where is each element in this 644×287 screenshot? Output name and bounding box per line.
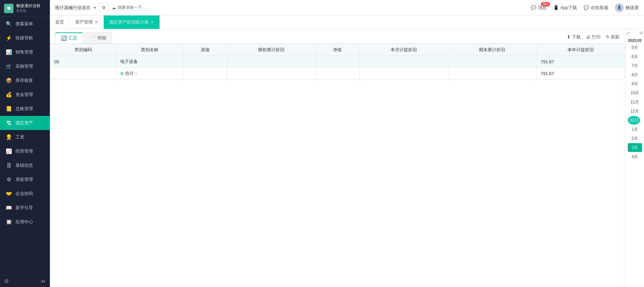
company-name[interactable]: 医疗器械行业演示 (55, 5, 90, 11)
app-icon: 📱 (553, 5, 559, 10)
sidebar-label-collab: 企业协同 (16, 191, 33, 197)
collapse-button[interactable]: ⏮ (40, 278, 46, 284)
sidebar-icon-funds: 💰 (5, 91, 12, 98)
tab-assets-close[interactable]: ✕ (95, 20, 98, 25)
settings-icon[interactable]: ⚙ (4, 278, 9, 284)
topbar-settings-button[interactable]: ⚙ (99, 3, 109, 12)
service-icon: 💬 (584, 5, 589, 10)
sidebar-item-funds[interactable]: 💰资金管理 (0, 88, 50, 102)
table-header-row: 类别编码 类别名称 原值 期初累计折旧 净值 本月计提折旧 期末累计折旧 本年计… (50, 44, 625, 56)
total-label: ⊞合计： (116, 68, 183, 79)
user-button[interactable]: 👤 畅捷通 (615, 3, 639, 12)
timeline-item[interactable]: 2023 (628, 116, 640, 125)
depreciation-table: 类别编码 类别名称 原值 期初累计折旧 净值 本月计提折旧 期末累计折旧 本年计… (50, 44, 625, 79)
cell-end-accum (448, 56, 536, 68)
cell-original (183, 56, 227, 68)
tab-depreciation[interactable]: 固定资产折旧统计表 ✕ (104, 15, 160, 29)
sidebar-item-collab[interactable]: 🤝企业协同 (0, 187, 50, 201)
sidebar-icon-sales: 📊 (5, 49, 12, 56)
sidebar-icon-ops: 📈 (5, 148, 12, 155)
app-label: App下载 (560, 5, 577, 11)
download-label: 下载 (572, 34, 581, 40)
sidebar-item-ops[interactable]: 📈经营管理 (0, 144, 50, 158)
summary-icon: 🔄 (61, 35, 67, 41)
sidebar-icon-system: ⚙ (5, 176, 12, 183)
sidebar-label-ops: 经营管理 (16, 148, 33, 154)
inner-toolbar: ⬇ 下载 🖨 打印 ↻ 刷新 (567, 34, 620, 42)
sidebar-item-guide[interactable]: 📖新手引导 (0, 201, 50, 215)
sidebar-icon-ledger: 📒 (5, 105, 12, 112)
detail-label: 明细 (97, 35, 106, 41)
print-label: 打印 (592, 34, 601, 40)
topbar-right: 💬 消息 99+ 📱 App下载 💬 在线客服 👤 畅捷通 (531, 3, 639, 12)
download-button[interactable]: ⬇ 下载 (567, 34, 581, 40)
timeline-item[interactable]: 12月 (628, 107, 642, 116)
sidebar-item-payroll[interactable]: 👷工资 (0, 130, 50, 144)
app-download-button[interactable]: 📱 App下载 (553, 5, 577, 11)
tab-home[interactable]: 首页 (50, 15, 70, 29)
sidebar-icon-apps: 🔲 (5, 219, 12, 225)
tab-summary[interactable]: 🔄 汇总 (55, 32, 83, 43)
timeline-item[interactable]: 10月 (628, 89, 642, 97)
sidebar-label-basic: 基础信息 (16, 162, 33, 168)
timeline-item[interactable]: 7月 (628, 61, 642, 70)
timeline: 5月6月7月8月9月10月11月12月20231月2月3月4月 (628, 43, 642, 161)
sidebar-label-system: 系统管理 (16, 177, 33, 183)
tab-detail[interactable]: 📄 明细 (84, 32, 112, 43)
total-net (315, 68, 359, 79)
sidebar-label-inventory: 库存核算 (16, 77, 33, 84)
experience-button[interactable]: ☁ 我要体验一下 (112, 5, 142, 10)
timeline-item[interactable]: 11月 (628, 98, 642, 106)
col-code: 类别编码 (50, 44, 116, 56)
logo-title: 畅捷通好业财 (16, 3, 40, 9)
timeline-item[interactable]: 3月 (628, 143, 642, 152)
detail-icon: 📄 (90, 35, 96, 41)
refresh-button[interactable]: ↻ 刷新 (606, 34, 620, 40)
sidebar-item-search[interactable]: 🔍搜索菜单 (0, 17, 50, 31)
cell-init-accum (227, 56, 316, 68)
tab-depreciation-close[interactable]: ✕ (151, 20, 154, 25)
col-name: 类别名称 (116, 44, 183, 56)
right-panel: ⤢ ✕ 2023.03 5月6月7月8月9月10月11月12月20231月2月3… (625, 29, 644, 287)
main-area: 医疗器械行业演示 ▾ ⚙ ☁ 我要体验一下 💬 消息 99+ 📱 App下载 💬… (50, 0, 644, 287)
sidebar-item-sales[interactable]: 📊销售管理 (0, 45, 50, 59)
sidebar-item-purchase[interactable]: 🛒采购管理 (0, 59, 50, 73)
sidebar-item-system[interactable]: ⚙系统管理 (0, 172, 50, 187)
timeline-item[interactable]: 1月 (628, 125, 642, 134)
sidebar-label-guide: 新手引导 (16, 205, 33, 211)
sidebar-item-quick[interactable]: ⚡快捷导航 (0, 31, 50, 45)
sidebar-item-ledger[interactable]: 📒总账管理 (0, 102, 50, 116)
timeline-item[interactable]: 5月 (628, 43, 642, 52)
online-service-button[interactable]: 💬 在线客服 (584, 5, 608, 11)
timeline-item[interactable]: 2月 (628, 134, 642, 143)
sidebar: 畅 畅捷通好业财 普及版 🔍搜索菜单⚡快捷导航📊销售管理🛒采购管理📦库存核算💰资… (0, 0, 50, 287)
timeline-item[interactable]: 9月 (628, 79, 642, 88)
close-panel-button[interactable]: ✕ (639, 30, 643, 36)
company-dropdown-icon[interactable]: ▾ (94, 5, 96, 10)
sidebar-item-basic[interactable]: 🗄基础信息 (0, 158, 50, 172)
expand-icon[interactable]: ⤢ (626, 30, 630, 36)
content-main: 🔄 汇总 📄 明细 ⬇ 下载 🖨 打印 (50, 29, 625, 287)
avatar: 👤 (615, 3, 624, 12)
col-init-accum: 期初累计折旧 (227, 44, 316, 56)
print-button[interactable]: 🖨 打印 (586, 34, 601, 40)
message-icon: 💬 (531, 5, 536, 10)
sidebar-item-inventory[interactable]: 📦库存核算 (0, 73, 50, 88)
sidebar-label-search: 搜索菜单 (16, 21, 33, 27)
message-button[interactable]: 💬 消息 99+ (531, 5, 547, 11)
inner-tabs: 🔄 汇总 📄 明细 (55, 32, 112, 43)
timeline-item[interactable]: 8月 (628, 70, 642, 79)
sidebar-icon-collab: 🤝 (5, 190, 12, 197)
sidebar-item-apps[interactable]: 🔲应用中心 (0, 215, 50, 229)
timeline-item[interactable]: 6月 (628, 52, 642, 61)
table-total-row: ⊞合计： 791.67 (50, 68, 625, 79)
col-net: 净值 (315, 44, 359, 56)
sidebar-label-funds: 资金管理 (16, 92, 33, 98)
tab-assets[interactable]: 资产管理 ✕ (70, 15, 104, 29)
logo-subtitle: 普及版 (16, 8, 40, 13)
timeline-item[interactable]: 4月 (628, 152, 642, 161)
tab-home-label: 首页 (55, 19, 64, 25)
content-area: 🔄 汇总 📄 明细 ⬇ 下载 🖨 打印 (50, 29, 644, 287)
sidebar-item-fixed[interactable]: 🏗固定资产 (0, 116, 50, 130)
sidebar-icon-quick: ⚡ (5, 35, 12, 41)
